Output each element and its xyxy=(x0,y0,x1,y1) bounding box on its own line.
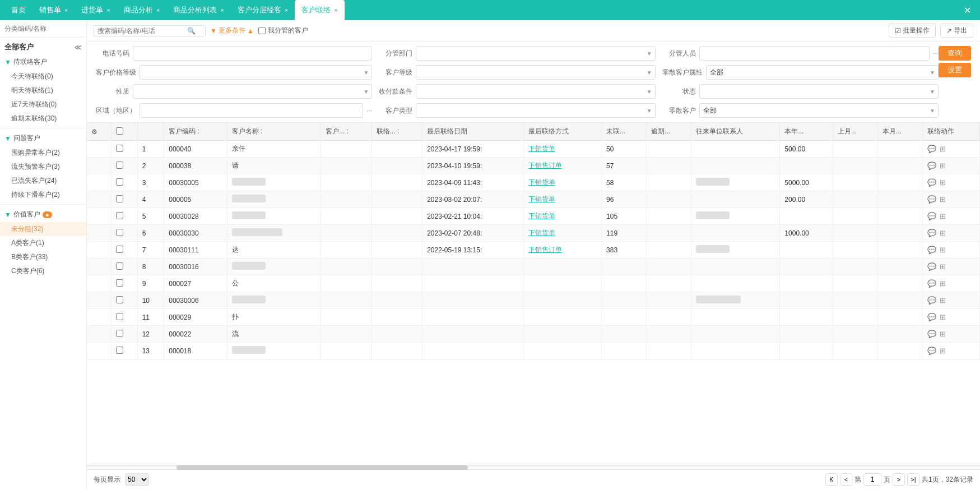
message-icon[interactable]: 💬 xyxy=(927,145,936,153)
th-type[interactable]: 客户... : xyxy=(321,123,371,141)
th-this-month[interactable]: 本月... xyxy=(878,123,923,141)
tab-product-analysis-close[interactable]: × xyxy=(156,7,160,13)
qr-icon[interactable]: ⊞ xyxy=(940,347,946,355)
select-all-checkbox[interactable] xyxy=(116,127,123,135)
contact-method-link[interactable]: 下销货单 xyxy=(528,212,555,220)
sidebar-collapse-icon[interactable]: ≪ xyxy=(74,43,82,52)
th-last-month[interactable]: 上月... xyxy=(833,123,878,141)
row-checkbox[interactable] xyxy=(116,296,123,303)
qr-icon[interactable]: ⊞ xyxy=(940,212,946,220)
my-customers-checkbox[interactable] xyxy=(258,27,266,34)
th-overdue[interactable]: 逾期... xyxy=(647,123,691,141)
message-icon[interactable]: 💬 xyxy=(927,330,936,338)
sidebar-item-ungrouped[interactable]: 未分组(32) xyxy=(0,222,86,236)
message-icon[interactable]: 💬 xyxy=(927,296,936,305)
th-not-contact[interactable]: 未联... xyxy=(602,123,647,141)
customer-level-select[interactable] xyxy=(416,65,655,80)
qr-icon[interactable]: ⊞ xyxy=(940,229,946,237)
person-input[interactable] xyxy=(699,46,930,61)
customer-type-select[interactable] xyxy=(416,103,655,118)
message-icon[interactable]: 💬 xyxy=(927,178,936,187)
row-checkbox[interactable] xyxy=(116,212,123,219)
region-dots-icon[interactable]: ··· xyxy=(366,107,372,114)
sidebar-item-class-b[interactable]: B类客户(33) xyxy=(0,250,86,264)
page-input[interactable] xyxy=(863,473,881,486)
query-button[interactable]: 查询 xyxy=(939,46,971,61)
tab-home[interactable]: 首页 xyxy=(4,0,32,20)
sidebar-item-declining[interactable]: 持续下滑客户(2) xyxy=(0,188,86,202)
row-checkbox[interactable] xyxy=(116,162,123,169)
qr-icon[interactable]: ⊞ xyxy=(940,145,946,153)
qr-icon[interactable]: ⊞ xyxy=(940,262,946,271)
th-last-contact-date[interactable]: 最后联络日期 xyxy=(422,123,523,141)
row-checkbox[interactable] xyxy=(116,279,123,287)
message-icon[interactable]: 💬 xyxy=(927,212,936,220)
sidebar-group-pending[interactable]: ▼ 待联络客户 xyxy=(0,54,86,70)
tab-customer-contact-close[interactable]: × xyxy=(334,7,337,13)
row-checkbox[interactable] xyxy=(116,313,123,320)
tab-customer-contact[interactable]: 客户联络 × xyxy=(295,0,344,20)
th-code[interactable]: 客户编码 : xyxy=(164,123,227,141)
sidebar-item-class-a[interactable]: A类客户(1) xyxy=(0,236,86,250)
qr-icon[interactable]: ⊞ xyxy=(940,330,946,338)
th-settings[interactable]: ⚙ xyxy=(87,123,111,141)
contact-method-link[interactable]: 下销货单 xyxy=(528,195,555,203)
payment-select[interactable] xyxy=(416,84,655,99)
qr-icon[interactable]: ⊞ xyxy=(940,296,946,305)
last-page-btn[interactable]: >| xyxy=(907,473,919,486)
contact-method-link[interactable]: 下销货单 xyxy=(528,229,555,237)
sidebar-item-hoard-abnormal[interactable]: 囤购异常客户(2) xyxy=(0,146,86,160)
th-contact[interactable]: 联络... : xyxy=(371,123,422,141)
sidebar-item-churn-warning[interactable]: 流失预警客户(3) xyxy=(0,160,86,174)
search-input[interactable] xyxy=(97,27,187,35)
qr-icon[interactable]: ⊞ xyxy=(940,246,946,254)
tab-product-analysis-list[interactable]: 商品分析列表 × xyxy=(166,0,230,20)
tab-sales[interactable]: 销售单 × xyxy=(32,0,75,20)
window-close-button[interactable]: ✕ xyxy=(959,5,976,16)
message-icon[interactable]: 💬 xyxy=(927,262,936,271)
batch-op-button[interactable]: ☑ 批量操作 xyxy=(889,24,936,38)
scatter-customer-select[interactable]: 全部 xyxy=(699,103,939,118)
message-icon[interactable]: 💬 xyxy=(927,279,936,288)
nature-select[interactable] xyxy=(133,84,372,99)
sidebar-search-input[interactable] xyxy=(4,25,87,33)
qr-icon[interactable]: ⊞ xyxy=(940,162,946,170)
export-button[interactable]: ↗ 导出 xyxy=(940,24,973,38)
prev-page-btn[interactable]: < xyxy=(840,473,852,486)
sidebar-group-value[interactable]: ▼ 价值客户 ● xyxy=(0,207,86,222)
message-icon[interactable]: 💬 xyxy=(927,313,936,321)
row-checkbox[interactable] xyxy=(116,145,123,152)
person-dots-icon[interactable]: ··· xyxy=(933,49,939,57)
first-page-btn[interactable]: K xyxy=(825,473,838,486)
message-icon[interactable]: 💬 xyxy=(927,347,936,355)
row-checkbox[interactable] xyxy=(116,262,123,270)
qr-icon[interactable]: ⊞ xyxy=(940,279,946,288)
scatter-attr-select[interactable]: 全部 xyxy=(706,65,939,80)
message-icon[interactable]: 💬 xyxy=(927,229,936,237)
th-company-contact[interactable]: 往来单位联系人 xyxy=(691,123,780,141)
tab-product-analysis-list-close[interactable]: × xyxy=(220,7,224,13)
tab-customer-segment-close[interactable]: × xyxy=(285,7,288,13)
sidebar-item-overdue-pending[interactable]: 逾期未联络(30) xyxy=(0,112,86,126)
row-checkbox[interactable] xyxy=(116,178,123,186)
contact-method-link[interactable]: 下销售订单 xyxy=(528,162,562,169)
status-select[interactable] xyxy=(699,84,939,99)
th-last-contact-method[interactable]: 最后联络方式 xyxy=(523,123,602,141)
dept-select[interactable] xyxy=(416,46,655,61)
message-icon[interactable]: 💬 xyxy=(927,162,936,170)
th-this-year[interactable]: 本年... xyxy=(780,123,833,141)
qr-icon[interactable]: ⊞ xyxy=(940,195,946,204)
sidebar-group-problem[interactable]: ▼ 问题客户 xyxy=(0,131,86,146)
row-checkbox[interactable] xyxy=(116,195,123,202)
sidebar-item-tomorrow-pending[interactable]: 明天待联络(1) xyxy=(0,84,86,98)
row-checkbox[interactable] xyxy=(116,246,123,253)
row-checkbox[interactable] xyxy=(116,229,123,236)
qr-icon[interactable]: ⊞ xyxy=(940,178,946,187)
tab-customer-segment[interactable]: 客户分层经客 × xyxy=(231,0,295,20)
message-icon[interactable]: 💬 xyxy=(927,195,936,204)
reset-button[interactable]: 设置 xyxy=(939,63,971,77)
region-input[interactable] xyxy=(140,103,363,118)
contact-method-link[interactable]: 下销货单 xyxy=(528,178,555,186)
sidebar-all-customers-header[interactable]: 全部客户 ≪ xyxy=(0,38,86,54)
sidebar-item-today-pending[interactable]: 今天待联络(0) xyxy=(0,70,86,84)
